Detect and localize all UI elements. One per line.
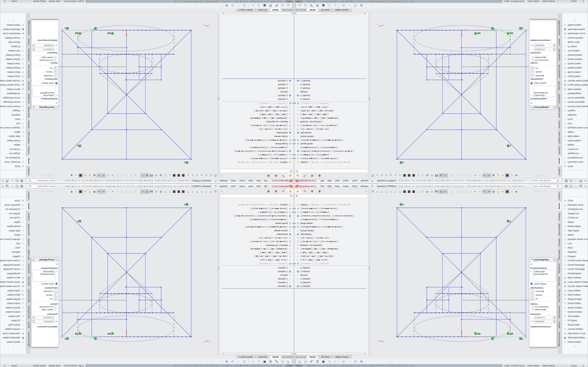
tab-data-migration[interactable]: Data Migration (558, 304, 562, 320)
menu-window[interactable]: Window (218, 178, 229, 183)
bottom-tool-icon[interactable]: ✿ (358, 360, 364, 363)
additional-parameters-header[interactable]: Additional Parameters⌄ (529, 325, 557, 328)
bottom-tool-icon[interactable]: 🗀 (353, 4, 358, 7)
bottom-tool-icon[interactable]: 🖉 (309, 4, 314, 7)
bcube-icon[interactable]: ⬛ (172, 173, 177, 177)
menu-window[interactable]: Window (359, 178, 370, 183)
bottom-tool-icon[interactable]: ✿ (358, 4, 364, 7)
perp-icon[interactable]: ⊥ (450, 190, 455, 194)
existing-relations-header[interactable]: Existing Relations⌃ (529, 266, 557, 269)
units-dropdown-icon[interactable]: ▴ (579, 365, 580, 366)
expand-icon[interactable]: ⌄ (554, 40, 556, 41)
cube-icon[interactable]: ⬙ (199, 173, 204, 177)
bcube-icon[interactable]: ⬛ (402, 173, 407, 177)
spinner[interactable]: ▲▼ (554, 48, 556, 51)
tree-item[interactable]: ⌐(-) Sketch1 (222, 98, 294, 101)
add-relation-vertical[interactable]: ❘Vertical (31, 293, 59, 297)
drop-icon[interactable]: ⤓ (416, 173, 420, 177)
cyl-icon[interactable]: ⛁ (430, 190, 434, 194)
tab--[interactable]: ⋅ (26, 352, 30, 354)
tree-item[interactable]: ▶▮◯Ƨ5ƐƧИNA∩∙◯ ∘◯∙∩AИNƧƐ5Ƨ◯ (294, 262, 366, 265)
bottom-tool-icon[interactable]: ◔ (235, 4, 242, 7)
tool-fit-spline[interactable]: ⌐Fit Spline (0, 318, 26, 323)
tree-item[interactable]: ▱◯∙◉✤◯ ✳◉[◯ ∘◯]◉✳ ◯✤◉∙◯ (294, 113, 366, 117)
minimize-button[interactable]: — (573, 185, 578, 188)
search-input[interactable]: Search CAD Models ▼ (531, 184, 562, 188)
scene-icon[interactable]: ⬛ (78, 190, 83, 194)
expand-arrow-icon[interactable]: ▶ (294, 226, 296, 228)
panel-tab-tree-icon[interactable] (279, 174, 287, 178)
tree-item[interactable]: ◼Solid Bodies (222, 131, 294, 135)
scroll-right-icon[interactable]: ▶ (364, 13, 366, 14)
search-input[interactable]: Search CAD Models ▼ (531, 179, 562, 183)
parameters-header[interactable]: Parameters⌃ (31, 312, 59, 316)
tool-ellipse[interactable]: ⬯Ellipse (0, 143, 26, 147)
cube-icon[interactable]: ⬙ (398, 173, 402, 177)
scroll-left-icon[interactable]: ◀ (292, 353, 294, 354)
status-tips-icon[interactable] (3, 0, 7, 3)
drop-icon[interactable]: ⤓ (416, 190, 420, 194)
panel-help-icon[interactable]: ? (553, 106, 556, 108)
tool-centerpoint-arc[interactable]: ◠Centerpoint Arc (562, 156, 588, 160)
tree-item[interactable]: ▶▤Design Binder (294, 142, 366, 146)
tool-stretch-entities[interactable]: ⇘Stretch Entities (0, 306, 26, 310)
cyl-icon[interactable]: ⛁ (154, 173, 158, 177)
bottom-tool-icon[interactable]: ▤ (303, 4, 309, 7)
tree-item[interactable]: ▱◯✤Ʒƃ∘♟◯ ✳◉[◯ ∘◯]◉✳ ◯♟∘ƃƷ✤◯ (294, 254, 366, 258)
tool-parallelogram[interactable]: ▱Parallelogram (562, 92, 588, 96)
tool-3-point-center-recta-[interactable]: ▭3 Point Center Recta... (562, 259, 588, 263)
tree-item[interactable]: ▦(-) Sketch2 (222, 269, 294, 273)
tree-item[interactable]: ▶◷◯Λ♟◉✤Ƨ5∘Ʒ◯ ∘◯Ʒ∘5Ƨ✤◉♟Λ◯ (222, 153, 294, 157)
expand-icon[interactable]: ⌄ (554, 326, 556, 327)
option-infinite-length[interactable]: Infinite length (529, 56, 557, 59)
rollback-bar[interactable] (222, 78, 294, 79)
tool-trim-entities[interactable]: ✂Trim Entities (562, 49, 588, 53)
tree-item[interactable]: ▦(-) Sketch6 (222, 79, 294, 83)
wand-icon[interactable]: ⌁ (478, 173, 482, 177)
help-icon[interactable]: ? (15, 185, 19, 188)
curv-icon[interactable]: ↻ (140, 173, 145, 177)
tool-convert-entities[interactable]: ◇Convert Entities (0, 36, 26, 40)
collapse-icon[interactable]: ⌃ (32, 52, 34, 54)
tree-item[interactable]: ✎◯Ƨ5∙∩Ж♟AШ◯ ∘◯ШA♟Ж∩∙5Ƨ◯ (294, 127, 366, 131)
tree-item[interactable]: ▦(-) Sketch2 (294, 269, 366, 273)
tab-data-migration[interactable]: Data Migration (26, 47, 30, 63)
bcube-icon[interactable]: ⬛ (407, 173, 411, 177)
bottom-tool-icon[interactable]: ▦ (262, 360, 268, 363)
panel-tab-target-icon[interactable] (309, 174, 316, 178)
minimize-button[interactable]: — (10, 179, 15, 182)
tool-perimeter-circle[interactable]: ◯Perimeter Circle (562, 160, 588, 164)
ghost-icon[interactable]: ◫ (469, 173, 473, 177)
cube-icon[interactable]: ⬙ (186, 173, 190, 177)
docplay-icon[interactable]: 🗔 (213, 190, 217, 194)
expand-arrow-icon[interactable]: ▶ (294, 222, 296, 224)
cube-icon[interactable]: ⬙ (380, 173, 384, 177)
pin-icon[interactable] (371, 179, 373, 182)
bottom-tool-icon[interactable]: 🖉 (309, 360, 314, 363)
tool-corner-rectangle[interactable]: ▭Corner Rectangle (0, 267, 26, 271)
tab-markup[interactable]: Markup (558, 37, 562, 47)
tool-tangent-arc[interactable]: ⌒Tangent Arc (0, 151, 26, 156)
collapse-icon[interactable]: ⌃ (32, 78, 34, 80)
tree-item[interactable]: ▱◯✤Ʒƃ∘♟◯ ✳◉[◯ ∘◯]◉✳ ◯♟∘ƃƷ✤◯ (222, 254, 294, 258)
rollback-bar[interactable] (294, 288, 366, 289)
tree-item[interactable]: ▶A◯Ƨ5ИN◉∘✤A✤◉ИNA◯ ∘◯AИN◉✤A✤∘◉NИ5Ƨ◯ (294, 138, 366, 142)
spinner[interactable]: ▲▼ (32, 316, 34, 319)
rollback-bar[interactable] (294, 78, 366, 79)
relations-listbox[interactable]: Collinear108Equal length109 (32, 270, 55, 281)
doc-tab-motion-study-1[interactable]: Motion Study 1 (333, 355, 352, 359)
expand-arrow-icon[interactable]: ▶ (294, 103, 296, 105)
cube-icon[interactable]: ⬙ (209, 190, 213, 194)
parameters-header[interactable]: Parameters⌃ (529, 312, 557, 316)
tool-center-rectangle[interactable]: ▭Center Rectangle (0, 263, 26, 267)
tree-item[interactable]: ◔◯Ƨ5♟◉Ƨ5ИNƐƧ5Ƨ◯ ∘◯Ƨ5ƧƐNИ5Ƨ◉♟5Ƨ◯ (222, 217, 294, 221)
tab-mbd-dimensions[interactable]: MBD Dimensions (558, 19, 562, 37)
tab-features[interactable]: Features (26, 190, 30, 201)
panel-tab-part-icon[interactable] (294, 174, 301, 178)
minimize-button[interactable]: — (10, 185, 15, 188)
tool-3-point-center-recta-[interactable]: ▭3 Point Center Recta... (562, 104, 588, 109)
doc-tab-nav-button[interactable]: ▶❘ (304, 356, 306, 359)
tool-convert-entities[interactable]: ◇Convert Entities (562, 327, 588, 331)
ghost-icon[interactable]: ◫ (459, 190, 464, 194)
cube-icon[interactable]: ⬙ (204, 190, 208, 194)
